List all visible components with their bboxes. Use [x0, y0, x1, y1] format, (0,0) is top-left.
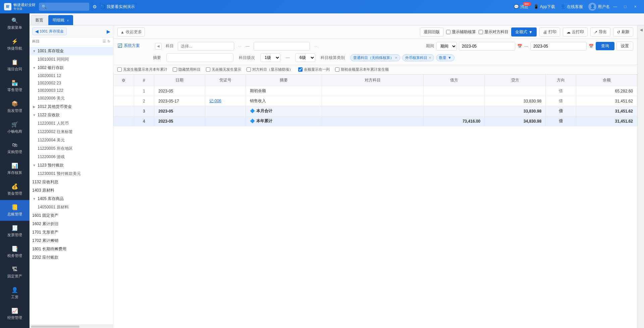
tag-normal-close[interactable]: ×	[395, 56, 397, 60]
tree-node-1122[interactable]: ▼ 1122 应收款	[30, 111, 113, 119]
filter-summary-input[interactable]	[166, 53, 233, 62]
filter-period-calendar-start[interactable]: 📅	[517, 44, 522, 49]
sidebar-item-ledger[interactable]: 📒 总账管理	[0, 200, 30, 221]
opt-no-balance2-input[interactable]	[206, 67, 210, 72]
opt-no-balance2[interactable]: 无余额无发生显示	[206, 67, 241, 72]
account-nav-button[interactable]: ◀ 1001 库存现金	[32, 27, 67, 35]
tree-node-1403[interactable]: 1403 原材料	[30, 186, 113, 195]
sidebar-item-finance[interactable]: 💰 资金管理	[0, 179, 30, 200]
app-download-item[interactable]: 📱 App下载	[534, 4, 555, 10]
opt-show-contra[interactable]: 对方科目（显示辅助项）	[247, 67, 293, 72]
tree-node-11230001[interactable]: 11230001 预付账款美元	[30, 170, 113, 178]
filter-period-calendar-end[interactable]: 📅	[589, 44, 594, 49]
opt-show-contra-input[interactable]	[247, 67, 251, 72]
tree-node-10020002[interactable]: 10020002 23	[30, 79, 113, 87]
tree-node-10020003[interactable]: 10020003 122	[30, 87, 113, 94]
tree-col-filter-icon[interactable]: ☰	[103, 39, 106, 44]
tree-node-11220004[interactable]: 11220004 美元	[30, 136, 113, 144]
sidebar-item-retail[interactable]: 🏪 零售管理	[0, 76, 30, 96]
tree-node-1123[interactable]: ▼ 1123 预付账款	[30, 161, 113, 170]
win-maximize-button[interactable]: □	[621, 2, 630, 11]
account-nav-forward-icon[interactable]: ▶	[107, 29, 110, 34]
opt-no-balance[interactable]: 无发生额显示本月本年累计	[117, 67, 167, 72]
filter-subject-input[interactable]	[178, 42, 234, 51]
tree-scroll-indicator[interactable]	[30, 325, 113, 328]
refresh-button[interactable]: ↺ 刷新	[613, 27, 633, 37]
tab-home[interactable]: 首页	[31, 15, 48, 25]
win-minimize-button[interactable]: —	[610, 2, 620, 11]
win-close-button[interactable]: ×	[631, 2, 640, 11]
tree-node-11220006[interactable]: 11220006 游戏	[30, 153, 113, 161]
opt-hide-disabled-input[interactable]	[173, 67, 177, 72]
sidebar-item-invoice[interactable]: 🧾 发票管理	[0, 221, 30, 242]
sidebar-item-sales[interactable]: 💳 小畅报销	[0, 324, 30, 328]
filter-level-from-select[interactable]: 1级 2级	[260, 53, 280, 62]
online-service-item[interactable]: 👤 在线客服	[560, 4, 583, 10]
tree-node-1002[interactable]: ▼ 1002 银行存款	[30, 64, 113, 72]
tree-node-14050001[interactable]: 14050001 原材料	[30, 203, 113, 211]
show-aux-checkbox[interactable]: 显示辅助核算	[446, 29, 476, 35]
sidebar-item-assets[interactable]: 🏗 固定资产	[0, 262, 30, 283]
tag-quantity-dropdown[interactable]: ▼	[448, 56, 451, 60]
show-contra-input[interactable]	[479, 30, 483, 34]
tree-node-11220005[interactable]: 11220005 所在地区	[30, 144, 113, 153]
query-button[interactable]: 查询	[596, 42, 614, 50]
scheme-item[interactable]: 🔄 系统方案	[117, 43, 151, 49]
tree-node-1132[interactable]: 1132 应收利息	[30, 178, 113, 186]
tab-detail[interactable]: 明细账 ×	[48, 15, 73, 25]
tree-node-1012[interactable]: ▶ 1012 其他货币资金	[30, 103, 113, 111]
user-avatar[interactable]: 👤 用户名	[588, 3, 610, 11]
message-icon-item[interactable]: 💬 消息 99+	[514, 4, 528, 10]
tree-node-10020006[interactable]: 10020006 美元	[30, 94, 113, 103]
tree-node-1001[interactable]: ▼ 1001 库存现金	[30, 47, 113, 55]
query-expand-button[interactable]: ▲ 收起更多	[117, 27, 145, 37]
sidebar-item-tax[interactable]: 📑 税务管理	[0, 242, 30, 262]
opt-hide-disabled[interactable]: 隐藏禁用科目	[173, 67, 201, 72]
sidebar-item-purchase[interactable]: 🛍 采购管理	[0, 138, 30, 158]
tree-node-11220001[interactable]: 11220001 人民币	[30, 119, 113, 128]
sidebar-item-quick[interactable]: ⚡ 快捷导航	[0, 34, 30, 55]
opt-balance-one-col[interactable]: 余额显示在一列	[298, 67, 330, 72]
filter-settings-button[interactable]: 设置	[616, 42, 633, 51]
filter-period-end-input[interactable]	[530, 42, 587, 51]
tag-foreign-close[interactable]: ×	[429, 56, 431, 60]
sidebar-item-inventory[interactable]: 📊 库存核算	[0, 158, 30, 179]
opt-no-balance-input[interactable]	[117, 67, 122, 72]
show-aux-input[interactable]	[446, 30, 450, 34]
sidebar-item-ecommerce[interactable]: 🛒 小畅电商	[0, 117, 30, 138]
sidebar-item-search[interactable]: 🔍 搜索菜单	[0, 13, 30, 34]
opt-show-begin-input[interactable]	[335, 67, 339, 72]
tree-node-1601[interactable]: 1601 固定资产	[30, 211, 113, 220]
tree-node-1702[interactable]: 1702 累计摊销	[30, 237, 113, 245]
opt-balance-one-col-input[interactable]	[298, 67, 303, 72]
sidebar-item-operations[interactable]: 📈 经营管理	[0, 304, 30, 324]
show-contra-checkbox[interactable]: 显示对方科目	[479, 29, 508, 35]
sidebar-item-wholesale[interactable]: 📦 批发管理	[0, 96, 30, 117]
tree-col-refresh-icon[interactable]: ↻	[107, 39, 110, 44]
data-table-container[interactable]: ⚙ # 日期 凭证号 摘要 对方科目 借方 贷方 方向 余额	[113, 74, 637, 328]
voucher-link[interactable]: 记-006	[209, 99, 221, 103]
filter-subject-to-input[interactable]	[254, 42, 310, 51]
print-button[interactable]: 🖨 打印	[539, 27, 560, 37]
filter-period-start-input[interactable]	[459, 42, 515, 51]
tree-node-1701[interactable]: 1701 无形资产	[30, 228, 113, 237]
filter-collapse-button[interactable]: ◀	[155, 43, 162, 50]
tree-node-2202[interactable]: 2202 应付账款	[30, 253, 113, 262]
right-collapse-panel[interactable]: ▶	[637, 25, 644, 328]
sidebar-item-salary[interactable]: 👤 工资	[0, 283, 30, 304]
tree-node-1602[interactable]: 1602 累计折旧	[30, 220, 113, 228]
demo-link[interactable]: 🔵 我要看实例演示	[100, 4, 135, 10]
format-button[interactable]: 金额式 ▼	[511, 27, 537, 37]
tree-node-10010001[interactable]: 10010001 同同同	[30, 55, 113, 64]
filter-level-to-select[interactable]: 6级 5级	[295, 53, 315, 62]
back-to-old-version-button[interactable]: 退回旧版	[420, 27, 443, 37]
opt-show-begin[interactable]: 期初余额显示本年累计发生额	[335, 67, 389, 72]
top-settings-icon[interactable]: ⚙	[93, 4, 97, 9]
tree-node-10020001[interactable]: 10020001 12	[30, 72, 113, 79]
cloud-print-button[interactable]: ☁ 云打印	[563, 27, 588, 37]
col-settings[interactable]: ⚙	[114, 75, 134, 86]
tree-node-1801[interactable]: 1801 长期待摊费用	[30, 245, 113, 253]
tab-detail-close[interactable]: ×	[67, 18, 69, 22]
filter-period-type-select[interactable]: 期间	[436, 42, 457, 51]
tree-node-11220002[interactable]: 11220002 往来标签	[30, 128, 113, 136]
